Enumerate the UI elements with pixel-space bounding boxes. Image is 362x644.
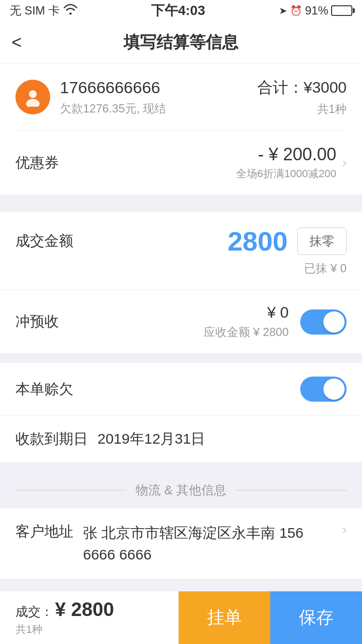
section-divider-1 <box>0 202 362 212</box>
nav-bar: < 填写结算等信息 <box>0 21 362 64</box>
address-label: 客户地址 <box>15 522 73 542</box>
customer-debt: 欠款1276.35元, 现结 <box>60 101 166 116</box>
deal-right: 2800 抹零 <box>227 225 347 257</box>
total-count: 共1种 <box>257 101 347 117</box>
coupon-desc: 全场6折满1000减200 <box>236 167 336 181</box>
status-time: 下午4:03 <box>151 1 205 20</box>
pre-desc: 应收金额 ¥ 2800 <box>204 324 289 340</box>
status-bar: 无 SIM 卡 下午4:03 ➤ ⏰ 91% <box>0 0 362 21</box>
debt-row: 本单赊欠 <box>0 363 362 415</box>
alarm-icon: ⏰ <box>290 5 302 16</box>
pre-amount: ¥ 0 <box>267 304 289 322</box>
sep-line-left <box>15 490 126 490</box>
status-right: ➤ ⏰ 91% <box>279 4 352 17</box>
footer-count: 共1种 <box>15 622 163 637</box>
logistics-text: 物流 & 其他信息 <box>136 482 226 499</box>
round-button[interactable]: 抹零 <box>297 227 347 255</box>
due-value: 2019年12月31日 <box>97 429 205 449</box>
wifi-icon <box>64 4 77 17</box>
location-icon: ➤ <box>279 5 287 16</box>
total-amount: 合计：¥3000 <box>257 77 347 98</box>
save-button[interactable]: 保存 <box>270 591 362 644</box>
battery-icon <box>331 5 352 16</box>
customer-info: 17666666666 欠款1276.35元, 现结 <box>60 78 166 116</box>
address-value: 张 北京市市辖区海淀区永丰南 156 6666 6666 <box>83 522 336 565</box>
status-left: 无 SIM 卡 <box>10 3 77 18</box>
content: 17666666666 欠款1276.35元, 现结 合计：¥3000 共1种 … <box>0 64 362 644</box>
section-divider-2 <box>0 353 362 363</box>
coupon-label: 优惠券 <box>15 153 59 173</box>
coupon-amount: - ¥ 200.00 <box>236 144 336 165</box>
chevron-right-icon: › <box>342 155 347 170</box>
due-label: 收款到期日 <box>15 429 88 449</box>
footer-info: 成交： ¥ 2800 共1种 <box>0 599 179 637</box>
customer-row: 17666666666 欠款1276.35元, 现结 合计：¥3000 共1种 <box>0 64 362 130</box>
deal-sub: 已抹 ¥ 0 <box>15 261 347 276</box>
footer-total-amount: ¥ 2800 <box>55 599 114 620</box>
svg-point-0 <box>29 90 37 98</box>
due-date-row: 收款到期日 2019年12月31日 <box>0 415 362 462</box>
battery-text: 91% <box>305 4 328 17</box>
debt-toggle[interactable] <box>300 377 347 402</box>
customer-phone: 17666666666 <box>60 78 166 97</box>
coupon-row[interactable]: 优惠券 - ¥ 200.00 全场6折满1000减200 › <box>0 131 362 195</box>
coupon-info: - ¥ 200.00 全场6折满1000减200 <box>236 144 336 181</box>
address-chevron-icon: › <box>342 522 347 537</box>
pre-receive-row: 冲预收 ¥ 0 应收金额 ¥ 2800 <box>0 290 362 353</box>
customer-right: 合计：¥3000 共1种 <box>257 77 347 117</box>
debt-label: 本单赊欠 <box>15 379 73 399</box>
section-divider-3 <box>0 462 362 472</box>
carrier-text: 无 SIM 卡 <box>10 3 60 18</box>
footer-deal-label: 成交： <box>15 603 53 620</box>
svg-point-1 <box>26 99 40 107</box>
pre-receive-toggle[interactable] <box>300 309 347 335</box>
deal-amount: 2800 <box>227 225 288 257</box>
back-button[interactable]: < <box>12 32 22 53</box>
footer: 成交： ¥ 2800 共1种 挂单 保存 <box>0 591 362 644</box>
sep-line-right <box>236 490 347 490</box>
customer-card: 17666666666 欠款1276.35元, 现结 合计：¥3000 共1种 … <box>0 64 362 195</box>
address-row[interactable]: 客户地址 张 北京市市辖区海淀区永丰南 156 6666 6666 › <box>0 508 362 579</box>
deal-row: 成交金额 2800 抹零 <box>15 225 347 257</box>
pre-right: ¥ 0 应收金额 ¥ 2800 <box>204 304 289 340</box>
customer-left: 17666666666 欠款1276.35元, 现结 <box>15 78 166 116</box>
logistics-separator: 物流 & 其他信息 <box>0 472 362 508</box>
avatar <box>15 80 50 114</box>
deal-label: 成交金额 <box>15 231 73 251</box>
deal-section: 成交金额 2800 抹零 已抹 ¥ 0 <box>0 212 362 290</box>
pre-label: 冲预收 <box>15 312 59 332</box>
page-title: 填写结算等信息 <box>124 31 238 54</box>
coupon-right: - ¥ 200.00 全场6折满1000减200 › <box>236 144 347 181</box>
hang-button[interactable]: 挂单 <box>179 591 270 644</box>
